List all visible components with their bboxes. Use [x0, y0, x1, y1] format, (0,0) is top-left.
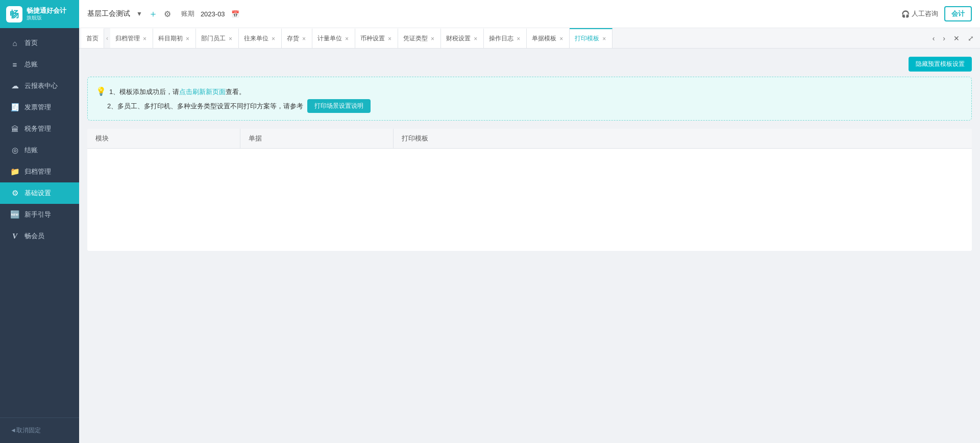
logo-name: 畅捷通好会计 [27, 7, 66, 15]
sidebar-item-reports[interactable]: ☁ 云报表中心 [0, 75, 79, 97]
tab-archive-close[interactable]: × [142, 35, 148, 42]
tab-label: 科目期初 [158, 34, 183, 43]
tab-department[interactable]: 部门员工 × [196, 28, 239, 48]
period-label: 账期 [181, 9, 194, 18]
tab-currency[interactable]: 币种设置 × [355, 28, 398, 48]
tab-tax-settings-close[interactable]: × [473, 35, 478, 42]
tab-label: 归档管理 [115, 34, 140, 43]
sidebar-unpin-button[interactable]: ◄取消固定 [0, 417, 79, 443]
col-template: 打印模板 [394, 129, 972, 148]
tab-operation-log[interactable]: 操作日志 × [484, 28, 527, 48]
sidebar-item-label: 发票管理 [24, 103, 51, 112]
tab-archive[interactable]: 归档管理 × [110, 28, 153, 48]
member-icon: V [10, 232, 19, 241]
tab-supplier[interactable]: 往来单位 × [239, 28, 282, 48]
tab-label: 单据模板 [532, 34, 556, 43]
sidebar: 畅 畅捷通好会计 旗舰版 ⌂ 首页 ≡ 总账 ☁ 云报表中心 🧾 发票管理 🏛 … [0, 0, 79, 443]
tab-expand[interactable]: ⤢ [964, 28, 978, 49]
tab-single-template[interactable]: 单据模板 × [527, 28, 570, 48]
tab-scroll-right[interactable]: › [939, 28, 949, 49]
sidebar-item-label: 云报表中心 [24, 81, 58, 90]
hide-preview-button[interactable]: 隐藏预置模板设置 [909, 57, 972, 72]
table-container: 模块 单据 打印模板 [87, 129, 972, 251]
sidebar-item-archive[interactable]: 📁 归档管理 [0, 161, 79, 182]
tab-label: 存货 [287, 34, 299, 43]
tab-print-template[interactable]: 打印模板 × [570, 28, 612, 48]
tab-label: 凭证类型 [403, 34, 428, 43]
tab-label: 部门员工 [201, 34, 226, 43]
checkout-icon: ◎ [10, 146, 19, 155]
home-icon: ⌂ [10, 39, 19, 48]
tab-subject-close[interactable]: × [185, 35, 190, 42]
notice-line-2: 2、多员工、多打印机、多种业务类型设置不同打印方案等，请参考 打印场景设置说明 [96, 99, 963, 113]
tab-subject[interactable]: 科目期初 × [153, 28, 196, 48]
sidebar-item-settings[interactable]: ⚙ 基础设置 [0, 182, 79, 204]
customer-service-button[interactable]: 🎧 人工咨询 [901, 9, 938, 18]
tab-nav-back[interactable]: ‹ [104, 35, 110, 42]
sidebar-item-label: 新手引导 [24, 210, 51, 219]
add-tab-button[interactable]: ＋ [149, 8, 158, 20]
sidebar-item-label: 归档管理 [24, 167, 51, 176]
tab-label: 计量单位 [317, 34, 342, 43]
notice-text-suffix: 查看。 [226, 86, 246, 98]
col-module: 模块 [87, 129, 240, 148]
tab-home-label: 首页 [86, 34, 99, 43]
tab-currency-close[interactable]: × [387, 35, 393, 42]
tab-operation-log-close[interactable]: × [516, 35, 521, 42]
logo-icon: 畅 [6, 6, 22, 22]
col-document: 单据 [240, 129, 394, 148]
calendar-icon[interactable]: 📅 [231, 10, 239, 18]
tab-voucher-type[interactable]: 凭证类型 × [398, 28, 441, 48]
sidebar-item-guide[interactable]: 🆕 新手引导 [0, 204, 79, 225]
sidebar-item-checkout[interactable]: ◎ 结账 [0, 139, 79, 161]
headset-icon: 🎧 [901, 10, 910, 18]
tab-print-template-close[interactable]: × [601, 35, 607, 42]
notice-refresh-link[interactable]: 点击刷新新页面 [179, 86, 226, 98]
sidebar-nav: ⌂ 首页 ≡ 总账 ☁ 云报表中心 🧾 发票管理 🏛 税务管理 ◎ 结账 📁 归… [0, 28, 79, 417]
sidebar-item-home[interactable]: ⌂ 首页 [0, 32, 79, 54]
company-name: 基层工会测试 [87, 9, 130, 18]
sidebar-item-label: 税务管理 [24, 124, 51, 133]
tab-actions: ‹ › ✕ ⤢ [928, 28, 978, 49]
reports-icon: ☁ [10, 81, 19, 90]
tab-unit-close[interactable]: × [344, 35, 350, 42]
sidebar-item-invoice[interactable]: 🧾 发票管理 [0, 97, 79, 118]
notice-line-1: 💡 1、模板添加成功后，请 点击刷新新页面 查看。 [96, 84, 963, 99]
tab-voucher-type-close[interactable]: × [430, 35, 435, 42]
sidebar-item-tax[interactable]: 🏛 税务管理 [0, 118, 79, 139]
tab-single-template-close[interactable]: × [558, 35, 564, 42]
tab-label: 财税设置 [446, 34, 471, 43]
sidebar-item-member[interactable]: V 畅会员 [0, 225, 79, 247]
table-header: 模块 单据 打印模板 [87, 129, 972, 149]
tab-label: 币种设置 [360, 34, 385, 43]
notice-box: 💡 1、模板添加成功后，请 点击刷新新页面 查看。 2、多员工、多打印机、多种业… [87, 77, 972, 121]
top-header: 基层工会测试 ▼ ＋ ⚙ 账期 2023-03 📅 🎧 人工咨询 会计 [79, 0, 980, 28]
notice-text-2: 2、多员工、多打印机、多种业务类型设置不同打印方案等，请参考 [107, 100, 303, 112]
tab-label: 操作日志 [489, 34, 513, 43]
tab-department-close[interactable]: × [228, 35, 233, 42]
tab-inventory-close[interactable]: × [301, 35, 307, 42]
main-area: 基层工会测试 ▼ ＋ ⚙ 账期 2023-03 📅 🎧 人工咨询 会计 首页 ‹… [79, 0, 980, 443]
tab-scroll-left[interactable]: ‹ [928, 28, 939, 49]
sidebar-item-label: 首页 [24, 38, 38, 48]
settings-gear-icon[interactable]: ⚙ [164, 9, 171, 19]
kuaiji-button[interactable]: 会计 [944, 6, 972, 21]
tab-close-all[interactable]: ✕ [949, 28, 964, 49]
sidebar-item-label: 基础设置 [24, 189, 51, 198]
settings-icon: ⚙ [10, 189, 19, 198]
content-area: 隐藏预置模板设置 💡 1、模板添加成功后，请 点击刷新新页面 查看。 2、多员工… [79, 49, 980, 443]
sidebar-item-ledger[interactable]: ≡ 总账 [0, 54, 79, 75]
print-scene-button[interactable]: 打印场景设置说明 [307, 99, 371, 113]
company-dropdown-icon[interactable]: ▼ [136, 10, 142, 17]
tax-icon: 🏛 [10, 125, 19, 133]
logo-sub: 旗舰版 [27, 14, 66, 21]
tab-home[interactable]: 首页 [81, 28, 104, 48]
tab-unit[interactable]: 计量单位 × [312, 28, 355, 48]
sidebar-item-label: 总账 [24, 60, 38, 69]
top-actions: 隐藏预置模板设置 [87, 57, 972, 77]
tab-inventory[interactable]: 存货 × [282, 28, 312, 48]
tab-tax-settings[interactable]: 财税设置 × [441, 28, 484, 48]
tab-label: 往来单位 [244, 34, 268, 43]
tab-supplier-close[interactable]: × [271, 35, 276, 42]
table-body [87, 149, 972, 251]
